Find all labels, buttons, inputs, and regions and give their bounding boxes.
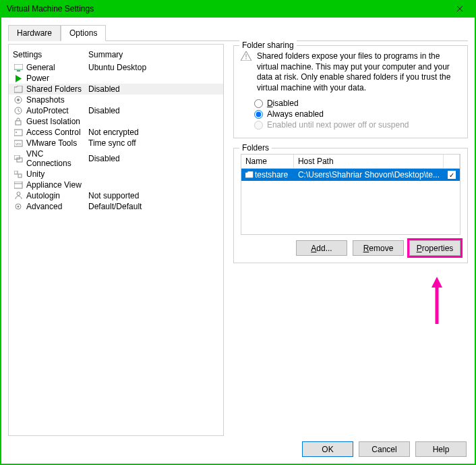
col-path[interactable]: Host Path <box>294 155 444 168</box>
key-icon <box>13 128 24 137</box>
settings-header: Settings Summary <box>9 47 223 62</box>
appliance-icon <box>13 180 24 190</box>
svg-text:vm: vm <box>16 142 21 146</box>
setting-guest-isolation[interactable]: Guest Isolation <box>9 116 223 127</box>
svg-point-18 <box>18 206 20 208</box>
setting-label: Shared Folders <box>26 84 88 94</box>
radio-disabled-label: Disabled <box>267 99 299 108</box>
setting-label: VMware Tools <box>26 138 88 148</box>
col-name[interactable]: Name <box>241 155 294 168</box>
col-check <box>444 155 460 168</box>
vnc-icon <box>13 154 24 163</box>
setting-summary: Time sync off <box>88 138 136 148</box>
play-icon <box>13 74 24 83</box>
warning-row: Shared folders expose your files to prog… <box>241 51 460 93</box>
svg-rect-1 <box>17 70 20 72</box>
setting-autologin[interactable]: Autologin Not supported <box>9 190 223 201</box>
setting-label: Advanced <box>26 202 88 211</box>
close-icon <box>456 5 463 12</box>
setting-summary: Ubuntu Desktop <box>88 63 146 72</box>
tab-options[interactable]: Options <box>61 25 106 41</box>
add-button[interactable]: Add... <box>296 240 347 256</box>
window-title: Virtual Machine Settings <box>7 4 446 13</box>
setting-appliance-view[interactable]: Appliance View <box>9 180 223 190</box>
setting-label: Unity <box>26 169 88 179</box>
setting-summary: Disabled <box>88 154 120 163</box>
folder-icon <box>13 84 24 94</box>
snapshot-icon <box>13 95 24 105</box>
svg-point-16 <box>17 192 20 196</box>
setting-summary: Not supported <box>88 191 139 200</box>
setting-label: VNC Connections <box>26 149 88 168</box>
setting-autoprotect[interactable]: AutoProtect Disabled <box>9 105 223 116</box>
setting-snapshots[interactable]: Snapshots <box>9 94 223 105</box>
cancel-button[interactable]: Cancel <box>359 441 410 457</box>
tab-hardware[interactable]: Hardware <box>8 25 61 41</box>
svg-rect-12 <box>14 171 18 174</box>
summary-col-header: Summary <box>88 50 123 59</box>
cell-path: C:\Users\Shahriar Shovon\Desktop\te... <box>294 169 444 181</box>
user-icon <box>13 191 24 200</box>
folder-sharing-group: Folder sharing Shared folders expose you… <box>233 45 468 138</box>
svg-rect-13 <box>18 174 22 177</box>
folders-table: Name Host Path testshare C:\Users\Shahri… <box>241 154 460 235</box>
svg-rect-14 <box>14 182 22 188</box>
setting-power[interactable]: Power <box>9 73 223 84</box>
setting-label: Power <box>26 74 88 83</box>
svg-point-3 <box>17 99 20 101</box>
radio-disabled-input[interactable] <box>254 99 263 108</box>
properties-button[interactable]: Properties <box>409 240 460 256</box>
setting-vnc[interactable]: VNC Connections Disabled <box>9 148 223 169</box>
setting-label: Snapshots <box>26 95 88 105</box>
help-button[interactable]: Help <box>415 441 467 457</box>
cell-name-text: testshare <box>255 170 288 180</box>
radio-disabled[interactable]: Disabled <box>254 99 460 108</box>
svg-rect-6 <box>14 130 22 136</box>
lock-icon <box>13 117 24 126</box>
radio-until: Enabled until next power off or suspend <box>254 120 460 130</box>
setting-shared-folders[interactable]: Shared Folders Disabled <box>9 84 223 94</box>
setting-general[interactable]: General Ubuntu Desktop <box>9 62 223 73</box>
table-header: Name Host Path <box>241 155 460 169</box>
setting-advanced[interactable]: Advanced Default/Default <box>9 201 223 212</box>
setting-summary: Disabled <box>88 84 120 94</box>
setting-unity[interactable]: Unity <box>9 169 223 180</box>
svg-point-20 <box>245 58 247 59</box>
right-panel: Folder sharing Shared folders expose you… <box>233 44 468 436</box>
setting-vmware-tools[interactable]: vm VMware Tools Time sync off <box>9 138 223 148</box>
svg-rect-5 <box>16 121 21 125</box>
warning-text: Shared folders expose your files to prog… <box>257 51 460 93</box>
setting-access-control[interactable]: Access Control Not encrypted <box>9 127 223 138</box>
clock-icon <box>13 106 24 115</box>
unity-icon <box>13 169 24 179</box>
close-button[interactable] <box>446 1 473 16</box>
folder-small-icon <box>245 171 254 178</box>
table-row[interactable]: testshare C:\Users\Shahriar Shovon\Deskt… <box>241 169 460 181</box>
folders-group: Folders Name Host Path testshare C:\User… <box>233 148 468 263</box>
titlebar: Virtual Machine Settings <box>0 0 476 18</box>
setting-label: Access Control <box>26 128 88 137</box>
setting-label: AutoProtect <box>26 106 88 115</box>
content: Settings Summary General Ubuntu Desktop … <box>8 44 468 436</box>
folders-buttons: Add... Remove Properties <box>241 240 460 256</box>
setting-label: Autologin <box>26 191 88 200</box>
window-body: Hardware Options Settings Summary Genera… <box>0 18 476 465</box>
setting-summary: Not encrypted <box>88 128 139 137</box>
radio-always-label: Always enabled <box>267 109 324 119</box>
ok-button[interactable]: OK <box>302 441 353 457</box>
radio-always-input[interactable] <box>254 110 263 119</box>
setting-label: Appliance View <box>26 180 88 190</box>
tabs: Hardware Options <box>8 24 468 41</box>
setting-summary: Default/Default <box>88 202 142 211</box>
folders-legend: Folders <box>239 143 272 153</box>
settings-col-header: Settings <box>13 50 88 59</box>
remove-button[interactable]: Remove <box>353 240 404 256</box>
setting-label: Guest Isolation <box>26 117 88 126</box>
gear-icon <box>13 202 24 211</box>
cell-name: testshare <box>241 169 294 181</box>
setting-label: General <box>26 63 88 72</box>
radio-always[interactable]: Always enabled <box>254 109 460 119</box>
settings-list: Settings Summary General Ubuntu Desktop … <box>8 44 224 436</box>
radio-until-input <box>254 121 263 130</box>
cell-check[interactable]: ✓ <box>444 169 460 180</box>
